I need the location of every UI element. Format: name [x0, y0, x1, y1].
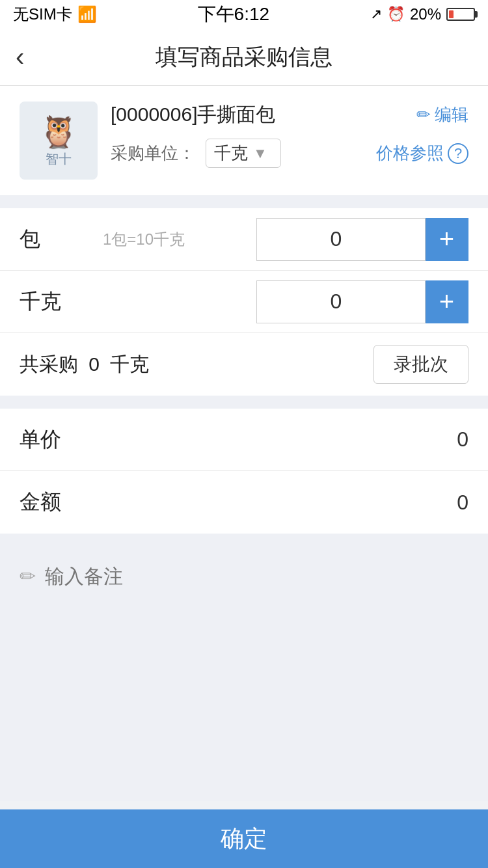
price-reference-button[interactable]: 价格参照 ? [376, 142, 468, 165]
unit-price-value: 0 [457, 427, 468, 452]
unit-dropdown-arrow: ▼ [253, 145, 267, 162]
alarm-icon: ⏰ [387, 6, 405, 23]
status-bar: 无SIM卡 📶 下午6:12 ↗ ⏰ 20% [0, 0, 488, 29]
divider-1 [0, 195, 488, 208]
remark-icon: ✏ [20, 565, 36, 588]
kg-input[interactable] [256, 280, 426, 323]
remark-input[interactable] [45, 565, 468, 588]
divider-3 [0, 534, 488, 547]
batch-button[interactable]: 录批次 [373, 345, 468, 384]
kg-label: 千克 [20, 288, 98, 316]
edit-button[interactable]: ✏ 编辑 [416, 103, 468, 126]
summary-amount: 0 [88, 353, 100, 375]
unit-label: 采购单位： [111, 142, 195, 165]
amount-value: 0 [457, 491, 468, 515]
bottom-space [0, 606, 488, 801]
status-right: ↗ ⏰ 20% [370, 5, 475, 23]
price-section: 单价 0 金额 0 [0, 409, 488, 534]
wifi-icon: 📶 [77, 5, 97, 23]
battery-icon [446, 8, 475, 21]
back-button[interactable]: ‹ [16, 42, 24, 72]
amount-row: 金额 0 [0, 471, 488, 534]
edit-icon: ✏ [416, 105, 431, 125]
product-thumb-owl-icon: 🦉 [39, 114, 78, 150]
purchase-unit-row: 采购单位： 千克 ▼ 价格参照 ? [111, 139, 468, 168]
location-icon: ↗ [370, 6, 382, 23]
kg-plus-button[interactable]: + [426, 280, 468, 323]
confirm-button-label: 确定 [221, 823, 267, 855]
bag-input-row: 包 1包=10千克 + [0, 208, 488, 271]
summary-text: 共采购 0 千克 [20, 351, 149, 378]
unit-price-label: 单价 [20, 426, 61, 454]
unit-price-row: 单价 0 [0, 409, 488, 471]
remark-section[interactable]: ✏ [0, 547, 488, 606]
summary-unit: 千克 [110, 353, 149, 375]
bag-plus-button[interactable]: + [426, 218, 468, 261]
amount-label: 金额 [20, 488, 61, 517]
price-ref-label: 价格参照 [376, 142, 444, 165]
page-title: 填写商品采购信息 [156, 42, 332, 72]
battery-percent: 20% [410, 5, 441, 23]
product-code: [0000006] [111, 103, 197, 125]
price-ref-help-icon: ? [448, 143, 468, 164]
kg-input-row: 千克 + [0, 271, 488, 333]
kg-input-right: + [256, 280, 468, 323]
bag-sublabel: 1包=10千克 [103, 229, 185, 250]
edit-label: 编辑 [435, 103, 468, 126]
product-name-row: [0000006]手撕面包 ✏ 编辑 [111, 102, 468, 128]
product-name: [0000006]手撕面包 [111, 102, 275, 128]
divider-2 [0, 396, 488, 409]
product-thumb-label: 智十 [46, 150, 72, 168]
summary-prefix: 共采购 [20, 353, 78, 375]
product-title: 手撕面包 [197, 103, 275, 125]
bag-input-right: + [256, 218, 468, 261]
product-card: 🦉 智十 [0000006]手撕面包 ✏ 编辑 采购单位： 千克 ▼ 价格参照 … [0, 86, 488, 195]
nav-bar: ‹ 填写商品采购信息 [0, 29, 488, 86]
unit-select[interactable]: 千克 ▼ [206, 139, 281, 168]
bag-label: 包 [20, 225, 98, 254]
status-left: 无SIM卡 📶 [13, 4, 97, 25]
product-info: [0000006]手撕面包 ✏ 编辑 采购单位： 千克 ▼ 价格参照 ? [111, 102, 468, 168]
confirm-button[interactable]: 确定 [0, 809, 488, 868]
product-thumbnail: 🦉 智十 [20, 102, 98, 180]
bag-input[interactable] [256, 218, 426, 261]
input-section: 包 1包=10千克 + 千克 + 共采购 0 千克 录批次 [0, 208, 488, 396]
summary-row: 共采购 0 千克 录批次 [0, 333, 488, 396]
unit-value: 千克 [214, 142, 248, 165]
carrier-text: 无SIM卡 [13, 4, 72, 25]
status-time: 下午6:12 [198, 2, 270, 27]
